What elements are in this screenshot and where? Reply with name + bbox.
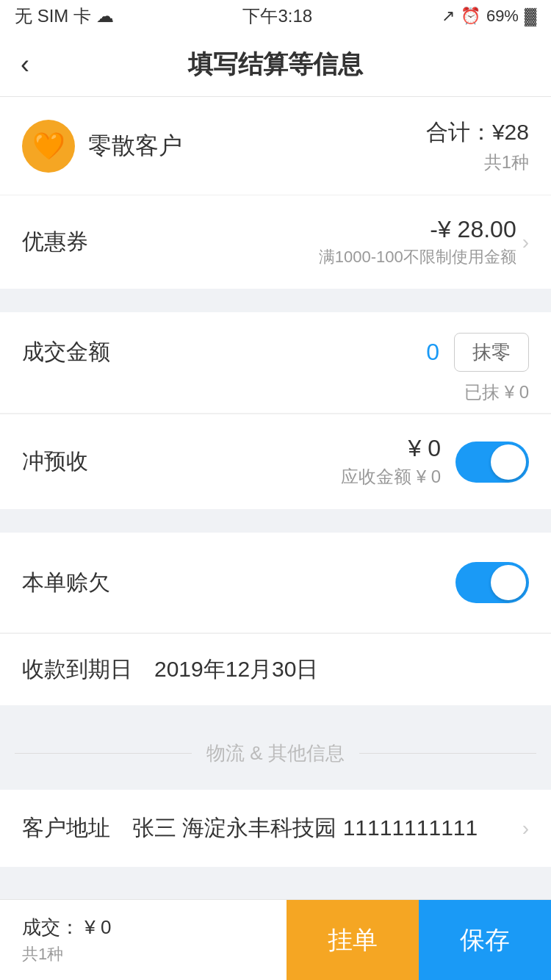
avatar-icon: 🧡 bbox=[32, 131, 65, 162]
address-chevron-icon: › bbox=[522, 817, 529, 840]
nav-bar: ‹ 填写结算等信息 bbox=[0, 32, 551, 97]
transaction-section: 成交金额 0 抹零 已抹 ¥ 0 冲预收 ¥ 0 应收金额 ¥ 0 bbox=[0, 312, 551, 509]
coupon-label: 优惠券 bbox=[22, 227, 88, 257]
debt-label: 本单赊欠 bbox=[22, 568, 110, 598]
transaction-right: 0 抹零 bbox=[426, 333, 529, 372]
location-icon: ↗ bbox=[442, 7, 455, 26]
customer-avatar: 🧡 bbox=[22, 120, 75, 173]
transaction-sub: 已抹 ¥ 0 bbox=[0, 381, 551, 413]
prepay-row: 冲预收 ¥ 0 应收金额 ¥ 0 bbox=[0, 414, 551, 509]
hang-order-button[interactable]: 挂单 bbox=[287, 900, 419, 981]
customer-total: 合计：¥28 共1种 bbox=[426, 118, 529, 174]
duedate-row[interactable]: 收款到期日 2019年12月30日 bbox=[0, 633, 551, 705]
back-button[interactable]: ‹ bbox=[21, 49, 29, 80]
toggle-knob bbox=[491, 444, 526, 480]
bottom-summary: 成交： ¥ 0 共1种 bbox=[0, 915, 287, 965]
divider-line-right bbox=[359, 753, 536, 754]
separator-2 bbox=[0, 521, 551, 533]
separator-3 bbox=[0, 717, 551, 729]
save-button[interactable]: 保存 bbox=[419, 900, 551, 981]
logistics-label: 物流 & 其他信息 bbox=[206, 741, 345, 766]
transaction-label: 成交金额 bbox=[22, 337, 110, 367]
prepay-toggle[interactable] bbox=[455, 442, 529, 483]
address-section: 客户地址 张三 海淀永丰科技园 11111111111 › bbox=[0, 790, 551, 867]
duedate-label: 收款到期日 bbox=[22, 655, 132, 685]
coupon-right: -¥ 28.00 满1000-100不限制使用金额 › bbox=[319, 216, 529, 268]
coupon-row[interactable]: 优惠券 -¥ 28.00 满1000-100不限制使用金额 › bbox=[0, 195, 551, 289]
coupon-description: 满1000-100不限制使用金额 bbox=[319, 246, 516, 268]
prepay-amount: ¥ 0 bbox=[341, 435, 441, 462]
coupon-amount: -¥ 28.00 bbox=[319, 216, 516, 243]
customer-name: 零散客户 bbox=[88, 130, 182, 162]
customer-row: 🧡 零散客户 合计：¥28 共1种 bbox=[0, 97, 551, 195]
alarm-icon: ⏰ bbox=[461, 7, 480, 26]
customer-section: 🧡 零散客户 合计：¥28 共1种 优惠券 -¥ 28.00 满1000-100… bbox=[0, 97, 551, 289]
debt-toggle-knob bbox=[491, 565, 526, 600]
round-off-button[interactable]: 抹零 bbox=[454, 333, 529, 372]
total-count: 共1种 bbox=[426, 151, 529, 174]
duedate-value: 2019年12月30日 bbox=[154, 655, 318, 685]
debt-section: 本单赊欠 收款到期日 2019年12月30日 bbox=[0, 533, 551, 705]
bottom-summary-count: 共1种 bbox=[22, 943, 264, 965]
debt-toggle[interactable] bbox=[455, 562, 529, 603]
separator-1 bbox=[0, 300, 551, 312]
debt-row: 本单赊欠 bbox=[0, 533, 551, 633]
status-bar: 无 SIM 卡 ☁ 下午3:18 ↗ ⏰ 69% ▓ bbox=[0, 0, 551, 32]
transaction-value: 0 bbox=[426, 339, 439, 366]
sim-status: 无 SIM 卡 ☁ bbox=[15, 4, 114, 28]
prepay-right: ¥ 0 应收金额 ¥ 0 bbox=[341, 435, 529, 489]
divider-line-left bbox=[15, 753, 192, 754]
battery-level: 69% bbox=[486, 7, 519, 26]
logistics-divider: 物流 & 其他信息 bbox=[0, 729, 551, 778]
separator-4 bbox=[0, 778, 551, 790]
total-label: 合计：¥28 bbox=[426, 118, 529, 148]
prepay-label: 冲预收 bbox=[22, 447, 88, 477]
status-bar-right: ↗ ⏰ 69% ▓ bbox=[442, 7, 536, 26]
prepay-amounts: ¥ 0 应收金额 ¥ 0 bbox=[341, 435, 441, 489]
bottom-summary-title: 成交： ¥ 0 bbox=[22, 915, 264, 940]
page-title: 填写结算等信息 bbox=[188, 48, 363, 82]
customer-info: 🧡 零散客户 bbox=[22, 120, 182, 173]
address-row[interactable]: 客户地址 张三 海淀永丰科技园 11111111111 › bbox=[0, 790, 551, 867]
address-value: 张三 海淀永丰科技园 11111111111 bbox=[132, 813, 522, 843]
status-bar-left: 无 SIM 卡 ☁ bbox=[15, 4, 114, 28]
battery-icon: ▓ bbox=[525, 7, 536, 26]
coupon-content: -¥ 28.00 满1000-100不限制使用金额 bbox=[319, 216, 516, 268]
bottom-bar: 成交： ¥ 0 共1种 挂单 保存 bbox=[0, 899, 551, 980]
prepay-sub: 应收金额 ¥ 0 bbox=[341, 465, 441, 489]
chevron-right-icon: › bbox=[522, 231, 529, 254]
status-bar-time: 下午3:18 bbox=[242, 4, 312, 28]
address-label: 客户地址 bbox=[22, 813, 110, 843]
